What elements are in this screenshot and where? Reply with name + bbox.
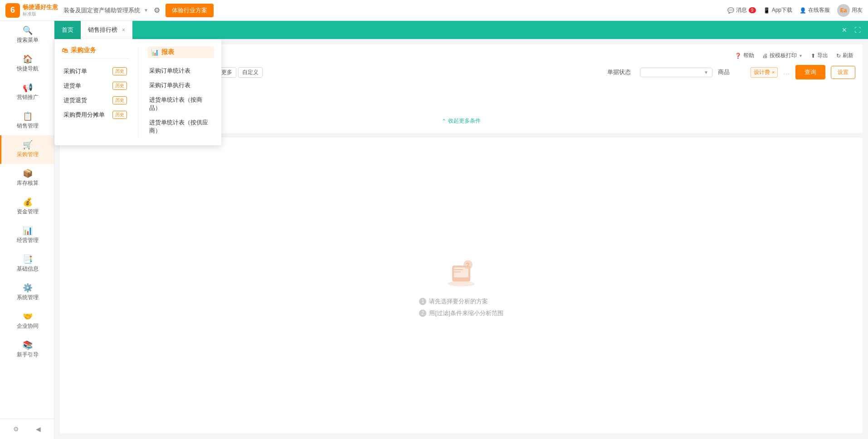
refresh-icon: ↻ (836, 53, 841, 59)
empty-state: ? 1 请先选择要分析的方案 2 用[过滤]条件来缩小分析范围 (60, 138, 863, 434)
top-header: 6 畅捷通好生意 标准版 装备及固定资产辅助管理系统 ▼ ⚙ 体验行业方案 💬 … (0, 0, 868, 21)
sidebar-item-finance[interactable]: 💰 资金管理 (0, 192, 54, 221)
sidebar-item-search[interactable]: 🔍 搜索菜单 (0, 21, 54, 49)
search-icon: 🔍 (23, 26, 33, 35)
chevron-up-icon: ⌃ (442, 118, 446, 124)
dropdown-item-purchase-order[interactable]: 采购订单 历史 (62, 64, 129, 79)
empty-step-2: 2 用[过滤]条件来缩小分析范围 (419, 307, 503, 319)
sidebar-item-inventory[interactable]: 📦 库存核算 (0, 164, 54, 192)
dropdown-item-purchase-stat[interactable]: 采购订单统计表 (147, 64, 215, 78)
guide-icon: 📚 (23, 341, 33, 349)
settings-btn[interactable]: 设置 (831, 66, 855, 79)
operations-icon: 📊 (23, 227, 33, 235)
sales-icon: 📋 (23, 112, 33, 120)
tab-maximize-btn[interactable]: ⛶ (853, 25, 863, 35)
tab-bar: 首页 销售排行榜 × ✕ ⛶ (54, 21, 868, 39)
finance-icon: 💰 (23, 198, 33, 206)
purchase-col: 🛍 采购业务 采购订单 历史 进货单 历史 进货退货 历史 采购费用分摊单 历史 (62, 46, 129, 138)
export-icon: ⬆ (811, 53, 815, 59)
message-icon: 💬 (727, 7, 734, 14)
sidebar-item-operations[interactable]: 📊 经营管理 (0, 221, 54, 250)
message-action[interactable]: 💬 消息 9 (727, 6, 756, 14)
dropdown-item-return[interactable]: 进货退货 历史 (62, 93, 129, 108)
sidebar-item-sales[interactable]: 📋 销售管理 (0, 107, 54, 135)
goods-tag-close[interactable]: × (772, 69, 775, 75)
voucher-status-label: 单据状态 (607, 68, 634, 76)
industry-btn[interactable]: 体验行业方案 (166, 4, 214, 17)
system-icon: ⚙️ (23, 284, 33, 292)
report-col-title: 📊 报表 (147, 46, 215, 58)
sidebar-item-marketing[interactable]: 📢 营销推广 (0, 78, 54, 107)
print-icon: 🖨 (762, 53, 768, 59)
purchase-icon: 🛒 (23, 141, 33, 149)
sidebar: 🔍 搜索菜单 🏠 快捷导航 📢 营销推广 📋 销售管理 🛒 采购管理 📦 库存核… (0, 21, 54, 439)
dropdown-item-purchase-exec[interactable]: 采购订单执行表 (147, 78, 215, 93)
message-badge: 9 (749, 7, 756, 13)
export-btn[interactable]: ⬆ 导出 (809, 51, 830, 60)
purchase-col-title: 🛍 采购业务 (62, 46, 129, 59)
dropdown-item-inbound-stat-goods[interactable]: 进货单统计表（按商品） (147, 93, 215, 115)
history-badge-2: 历史 (112, 96, 127, 104)
sidebar-item-enterprise[interactable]: 🤝 企业协同 (0, 307, 54, 335)
svg-text:?: ? (466, 262, 469, 268)
sidebar-settings-btn[interactable]: ⚙ (11, 424, 21, 434)
user-action[interactable]: Ea 用友 (837, 4, 863, 17)
sidebar-collapse-btn[interactable]: ◀ (34, 424, 43, 434)
toolbar-right: ❓ 帮助 🖨 按模板打印 ▼ ⬆ 导出 ↻ (733, 51, 855, 60)
logo-icon: 6 (5, 3, 20, 18)
history-badge-3: 历史 (112, 111, 127, 119)
print-btn[interactable]: 🖨 按模板打印 ▼ (761, 51, 805, 60)
marketing-icon: 📢 (23, 84, 33, 92)
logo-area: 6 畅捷通好生意 标准版 (5, 3, 60, 18)
dropdown-item-cost-allocation[interactable]: 采购费用分摊单 历史 (62, 108, 129, 122)
svg-rect-3 (454, 269, 463, 270)
tab-close-btn[interactable]: × (122, 27, 125, 33)
online-service-action[interactable]: 👤 在线客服 (800, 6, 830, 14)
empty-illustration: ? (439, 252, 484, 288)
status-arrow: ▼ (704, 70, 708, 75)
tab-controls: ✕ ⛶ (840, 25, 868, 35)
system-title-dropdown[interactable]: ▼ (144, 8, 148, 13)
report-col-icon: 📊 (151, 49, 159, 56)
system-settings-icon[interactable]: ⚙ (152, 4, 162, 16)
header-right: 💬 消息 9 📱 App下载 👤 在线客服 Ea 用友 (727, 4, 863, 17)
sidebar-item-purchase[interactable]: 🛒 采购管理 (0, 135, 54, 164)
phone-icon: 📱 (763, 7, 770, 14)
inventory-icon: 📦 (23, 169, 33, 178)
enterprise-icon: 🤝 (23, 312, 33, 321)
print-dropdown-icon[interactable]: ▼ (799, 54, 803, 58)
sidebar-item-basic-info[interactable]: 📑 基础信息 (0, 250, 54, 278)
app-download-action[interactable]: 📱 App下载 (763, 6, 792, 14)
voucher-status-select[interactable]: ▼ (640, 68, 712, 77)
goods-dots-btn[interactable]: ... (783, 69, 790, 76)
refresh-btn[interactable]: ↻ 刷新 (834, 51, 855, 60)
logo-text: 畅捷通好生意 标准版 (23, 4, 58, 17)
sidebar-item-guide[interactable]: 📚 新手引导 (0, 335, 54, 364)
goods-tag: 设计费 × (751, 67, 778, 78)
dropdown-item-inbound-stat-supplier[interactable]: 进货单统计表（按供应商） (147, 115, 215, 138)
purchase-dropdown-menu: 🛍 采购业务 采购订单 历史 进货单 历史 进货退货 历史 采购费用分摊单 历史… (54, 39, 221, 145)
purchase-col-icon: 🛍 (62, 47, 68, 54)
home-icon: 🏠 (23, 55, 33, 63)
svg-rect-4 (454, 271, 461, 272)
svg-point-0 (448, 281, 475, 286)
query-btn[interactable]: 查询 (795, 65, 825, 79)
help-icon: ❓ (735, 53, 741, 59)
basic-info-icon: 📑 (23, 255, 33, 263)
sidebar-item-system[interactable]: ⚙️ 系统管理 (0, 278, 54, 307)
quick-custom-btn[interactable]: 自定义 (238, 67, 263, 78)
sidebar-bottom: ⚙ ◀ (0, 419, 54, 439)
tab-home[interactable]: 首页 (54, 21, 81, 39)
help-btn[interactable]: ❓ 帮助 (733, 51, 756, 60)
dropdown-item-inbound[interactable]: 进货单 历史 (62, 79, 129, 93)
goods-label: 商品 (718, 68, 745, 76)
sidebar-item-quick-nav[interactable]: 🏠 快捷导航 (0, 49, 54, 78)
report-col: 📊 报表 采购订单统计表 采购订单执行表 进货单统计表（按商品） 进货单统计表（… (147, 46, 215, 138)
tab-close-window-btn[interactable]: ✕ (840, 25, 849, 35)
step-num-2: 2 (419, 310, 426, 317)
empty-step-1: 1 请先选择要分析的方案 (419, 296, 503, 307)
tab-sales-ranking[interactable]: 销售排行榜 × (81, 21, 132, 39)
user-avatar: Ea (837, 4, 850, 17)
step-num-1: 1 (419, 298, 426, 305)
empty-icon: ? (439, 252, 484, 288)
